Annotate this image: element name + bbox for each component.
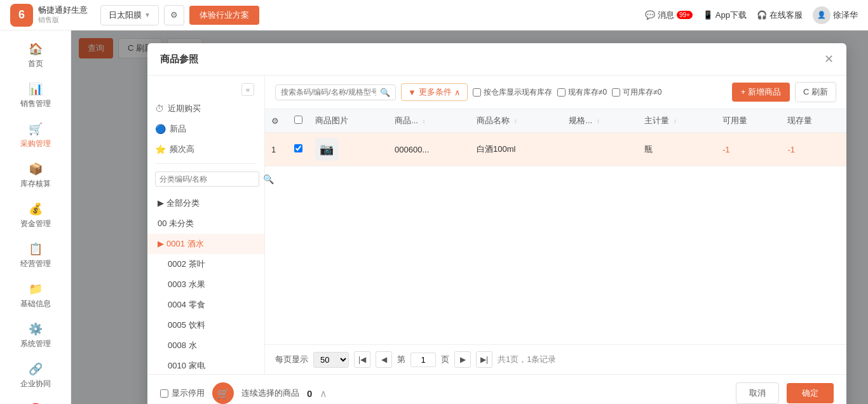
cart-icon-button[interactable]: 🛒 (212, 382, 234, 404)
unit-col-header[interactable]: 主计量 ↕ (638, 109, 716, 133)
spec-col-header[interactable]: 规格... ↕ (562, 109, 638, 133)
sidebar-item-enterprise[interactable]: 🔗 企业协同 (0, 356, 71, 396)
confirm-button[interactable]: 确定 (787, 383, 834, 403)
divider (155, 163, 257, 164)
user-profile[interactable]: 👤 徐泽华 (813, 6, 858, 24)
collapse-panel-button[interactable]: « (241, 83, 254, 96)
available-col-header[interactable]: 可用量 (716, 109, 782, 133)
cat-all[interactable]: ▶ 全部分类 (147, 193, 264, 213)
sidebar-item-basic-info[interactable]: 📁 基础信息 (0, 276, 71, 316)
modal-header: 商品参照 ✕ (147, 43, 846, 76)
sidebar-item-purchase[interactable]: 🛒 采购管理 (0, 116, 71, 156)
per-page-select[interactable]: 50 10 20 100 (313, 352, 349, 368)
first-page-button[interactable]: |◀ (354, 351, 370, 368)
trial-button[interactable]: 体验行业方案 (189, 6, 259, 25)
chevron-down-icon: ▼ (144, 11, 151, 18)
nav-dropdown[interactable]: 日太阳膜 ▼ (100, 5, 159, 25)
sidebar: 🏠 首页 📊 销售管理 🛒 采购管理 📦 库存核算 💰 资金管理 📋 经营管理 … (0, 30, 71, 404)
warehouse-stock-checkbox[interactable]: 按仓库显示现有库存 (473, 87, 552, 98)
table-header-row: ⚙ 商品图片 商品... ↕ 商品名称 ↕ 规格... ↕ 主计量 ↕ (265, 109, 846, 133)
inventory-icon: 📦 (29, 162, 43, 176)
sidebar-item-finance[interactable]: 💰 资金管理 (0, 196, 71, 236)
sidebar-item-inventory[interactable]: 📦 库存核算 (0, 156, 71, 196)
product-thumbnail: 📷 (315, 138, 338, 161)
operations-icon: 📋 (29, 242, 43, 256)
messages-button[interactable]: 💬 消息 99+ (645, 10, 693, 21)
table-row[interactable]: 1 📷 000600... 白酒100ml (265, 133, 846, 166)
logo-icon: 6 (10, 4, 33, 27)
new-icon: 🔵 (155, 124, 166, 134)
product-table-wrapper: ⚙ 商品图片 商品... ↕ 商品名称 ↕ 规格... ↕ 主计量 ↕ (265, 109, 846, 344)
finance-icon: 💰 (29, 202, 43, 216)
gear-button[interactable]: ⚙ (164, 5, 184, 25)
more-conditions-button[interactable]: ▼ 更多条件 ∧ (401, 83, 468, 101)
sidebar-item-operations[interactable]: 📋 经营管理 (0, 236, 71, 276)
category-search-input[interactable] (155, 172, 259, 187)
refresh-button[interactable]: C 刷新 (795, 82, 836, 102)
filter-icon: ▼ (408, 88, 416, 97)
available-stock-checkbox[interactable]: 可用库存≠0 (612, 87, 661, 98)
sidebar-item-guide[interactable]: 🎯 新手引导 (0, 396, 71, 404)
cart-count: 0 (307, 388, 312, 399)
select-all-checkbox[interactable] (294, 116, 302, 124)
quick-frequent-item[interactable]: ⭐ 频次高 (147, 139, 264, 159)
enterprise-icon: 🔗 (29, 362, 43, 376)
cat-0002[interactable]: 0002 茶叶 (147, 254, 264, 274)
row-num: 1 (265, 133, 288, 166)
cat-0004[interactable]: 0004 零食 (147, 295, 264, 315)
collapse-arrow-icon[interactable]: ∧ (320, 387, 327, 400)
product-search-icon[interactable]: 🔍 (380, 88, 390, 97)
toolbar: 🔍 ▼ 更多条件 ∧ 按仓库显示现有库存 (265, 76, 846, 109)
page-number-input[interactable] (410, 353, 436, 367)
logo-area: 6 畅捷通好生意 销售版 (10, 4, 88, 27)
cancel-button[interactable]: 取消 (736, 382, 779, 404)
last-page-button[interactable]: ▶| (476, 351, 492, 368)
main-layout: 🏠 首页 📊 销售管理 🛒 采购管理 📦 库存核算 💰 资金管理 📋 经营管理 … (0, 30, 868, 404)
logo-sub: 销售版 (38, 15, 88, 25)
cat-0005[interactable]: 0005 饮料 (147, 315, 264, 335)
row-code: 000600... (388, 133, 470, 166)
row-available: -1 (716, 133, 782, 166)
current-stock-checkbox[interactable]: 现有库存≠0 (557, 87, 607, 98)
row-checkbox[interactable] (288, 133, 309, 166)
img-col-header: 商品图片 (309, 109, 388, 133)
sidebar-item-home[interactable]: 🏠 首页 (0, 36, 71, 76)
modal-body: « ⏱ 近期购买 🔵 新品 ⭐ 频次高 (147, 76, 846, 374)
add-product-button[interactable]: + 新增商品 (732, 83, 790, 102)
close-icon[interactable]: ✕ (824, 52, 834, 66)
quick-recent-item[interactable]: ⏱ 近期购买 (147, 98, 264, 119)
quick-new-item[interactable]: 🔵 新品 (147, 119, 264, 139)
cat-0003[interactable]: 0003 水果 (147, 274, 264, 295)
app-download-button[interactable]: 📱 App下载 (703, 10, 747, 21)
code-col-header[interactable]: 商品... ↕ (388, 109, 470, 133)
product-search-input[interactable] (281, 88, 376, 97)
cart-label: 连续选择的商品 (241, 387, 299, 399)
left-panel: « ⏱ 近期购买 🔵 新品 ⭐ 频次高 (147, 76, 265, 374)
row-spec (562, 133, 638, 166)
clock-icon: ⏱ (155, 104, 164, 114)
name-col-header[interactable]: 商品名称 ↕ (470, 109, 562, 133)
category-tree: ▶ 全部分类 00 未分类 ▶ 0001 酒水 0002 茶叶 (147, 191, 264, 369)
logo-text: 畅捷通好生意 (38, 5, 88, 16)
modal-title: 商品参照 (160, 53, 198, 65)
sales-icon: 📊 (29, 82, 43, 96)
sidebar-item-sales[interactable]: 📊 销售管理 (0, 76, 71, 116)
cat-0008[interactable]: 0008 水 (147, 335, 264, 356)
sidebar-item-system[interactable]: ⚙️ 系统管理 (0, 316, 71, 356)
prev-page-button[interactable]: ◀ (376, 351, 392, 368)
stock-col-header[interactable]: 现存量 (781, 109, 846, 133)
next-page-button[interactable]: ▶ (454, 351, 471, 368)
purchase-icon: 🛒 (29, 122, 43, 136)
settings-col-header[interactable]: ⚙ (265, 109, 288, 133)
category-search-row: 🔍 (147, 168, 264, 191)
cat-0001[interactable]: ▶ 0001 酒水 (147, 234, 264, 254)
show-disabled-checkbox[interactable]: 显示停用 (160, 387, 205, 399)
right-panel: 🔍 ▼ 更多条件 ∧ 按仓库显示现有库存 (265, 76, 846, 374)
cat-0010[interactable]: 0010 家电 (147, 356, 264, 369)
system-icon: ⚙️ (29, 322, 43, 336)
product-reference-modal: 商品参照 ✕ « ⏱ 近期购买 🔵 新品 (147, 43, 846, 404)
cat-00[interactable]: 00 未分类 (147, 213, 264, 234)
expand-icon: ▶ (158, 198, 164, 208)
customer-service-button[interactable]: 🎧 在线客服 (757, 10, 803, 21)
top-nav: 6 畅捷通好生意 销售版 日太阳膜 ▼ ⚙ 体验行业方案 💬 消息 99+ 📱 … (0, 0, 868, 30)
